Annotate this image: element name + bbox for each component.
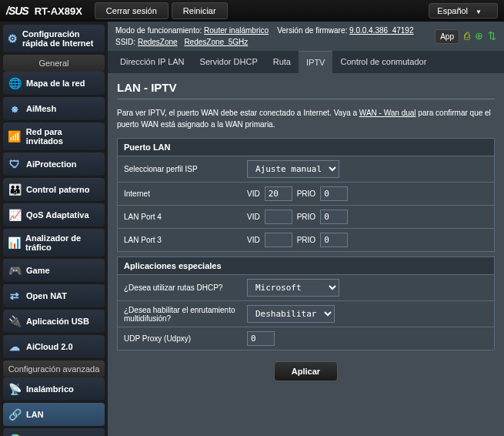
prio-label: PRIO	[297, 213, 315, 221]
sidebar-item-aimesh[interactable]: ⎈AiMesh	[3, 97, 105, 121]
port-label: LAN Port 3	[124, 236, 247, 244]
tab-control-de-conmutador[interactable]: Control de conmutador	[332, 51, 434, 73]
udpxy-input[interactable]	[247, 331, 275, 346]
logout-button[interactable]: Cerrar sesión	[95, 2, 169, 19]
sidebar-item-analizador-de-tráfico[interactable]: 📊Analizador de tráfico	[3, 229, 105, 257]
vid-input-1[interactable]	[265, 210, 292, 224]
sidebar-item-lan[interactable]: 🔗LAN	[3, 403, 105, 427]
tab-servidor-dhcp[interactable]: Servidor DHCP	[192, 51, 265, 73]
internet-status-icon[interactable]: ⊕	[475, 29, 483, 44]
isp-profile-label: Seleccionar perfil ISP	[124, 165, 247, 173]
sidebar-qis[interactable]: ⚙ Configuración rápida de Internet	[3, 25, 105, 53]
sidebar-icon: 📡	[8, 382, 22, 396]
sidebar-item-game[interactable]: 🎮Game	[3, 259, 105, 283]
vid-input-0[interactable]	[265, 186, 292, 201]
app-badge[interactable]: App	[435, 29, 459, 44]
isp-profile-select[interactable]: Ajuste manual	[247, 160, 339, 178]
sidebar-item-aplicación-usb[interactable]: 🔌Aplicación USB	[3, 310, 105, 334]
globe-gear-icon: ⚙	[8, 32, 18, 45]
dhcp-routes-select[interactable]: Microsoft	[247, 279, 339, 297]
sidebar-item-inalámbrico[interactable]: 📡Inalámbrico	[3, 377, 105, 401]
sidebar-item-label: AiMesh	[26, 104, 56, 113]
reboot-button[interactable]: Reiniciar	[172, 2, 228, 19]
sidebar-icon: 👪	[8, 183, 22, 196]
ssid-label: SSID:	[115, 38, 135, 46]
sidebar: ⚙ Configuración rápida de Internet Gener…	[0, 22, 108, 436]
wifi-status-icon[interactable]: ⇅	[488, 29, 496, 44]
sidebar-item-wan[interactable]: 🌍WAN	[3, 428, 105, 436]
tab-iptv[interactable]: IPTV	[299, 51, 332, 73]
usb-icon[interactable]: ⎙	[464, 29, 470, 44]
apply-button[interactable]: Aplicar	[274, 361, 338, 381]
vid-label: VID	[247, 189, 260, 198]
prio-input-0[interactable]	[320, 186, 348, 201]
sidebar-icon: 🌐	[8, 76, 22, 90]
ssid-1[interactable]: RedesZone	[138, 38, 178, 46]
sidebar-icon: 🛡	[8, 157, 22, 171]
sidebar-icon: 🎮	[8, 263, 22, 277]
tab-ruta[interactable]: Ruta	[265, 51, 299, 73]
tab-dirección-ip-lan[interactable]: Dirección IP LAN	[112, 51, 192, 73]
desc-pre: Para ver IPTV, el puerto WAN debe estar …	[117, 109, 359, 117]
prio-input-2[interactable]	[320, 233, 348, 247]
sidebar-icon: ☁	[8, 340, 22, 354]
sidebar-icon: 📶	[8, 129, 22, 143]
sidebar-icon: ⎈	[8, 102, 22, 116]
info-bar: Modo de funcionamiento: Router inalámbri…	[108, 22, 504, 51]
model-name: RT-AX89X	[35, 5, 82, 17]
page-title: LAN - IPTV	[117, 81, 495, 94]
sidebar-icon: 📊	[8, 236, 21, 250]
prio-label: PRIO	[297, 236, 315, 244]
sidebar-item-control-paterno[interactable]: 👪Control paterno	[3, 178, 105, 202]
multicast-label: ¿Desea habilitar el enrutamiento multidi…	[124, 306, 247, 323]
lan-port-section-head: Puerto LAN	[117, 138, 495, 156]
sidebar-item-red-para-invitados[interactable]: 📶Red para invitados	[3, 122, 105, 151]
vid-label: VID	[247, 236, 260, 244]
sidebar-icon: ⇄	[8, 289, 22, 303]
sidebar-item-label: Mapa de la red	[26, 79, 85, 88]
sidebar-item-label: Game	[26, 266, 50, 275]
sidebar-item-label: QoS Adaptativa	[26, 210, 89, 220]
sidebar-item-label: Red para invitados	[26, 127, 100, 146]
sidebar-general-head: General	[3, 55, 105, 72]
mode-value-link[interactable]: Router inalámbrico	[204, 26, 269, 35]
wan-dual-link[interactable]: WAN - Wan dual	[359, 109, 416, 117]
brand-logo: /SUS	[6, 5, 28, 17]
sidebar-item-label: Inalámbrico	[26, 384, 74, 394]
sidebar-icon: 📈	[8, 208, 22, 222]
sidebar-item-label: Open NAT	[26, 291, 67, 300]
main-content: Modo de funcionamiento: Router inalámbri…	[108, 22, 504, 436]
vid-input-2[interactable]	[265, 233, 292, 247]
sidebar-label: Configuración rápida de Internet	[22, 29, 100, 48]
prio-label: PRIO	[297, 189, 315, 198]
sidebar-item-open-nat[interactable]: ⇄Open NAT	[3, 284, 105, 308]
sidebar-item-label: Control paterno	[26, 185, 90, 194]
port-label: LAN Port 4	[124, 213, 247, 221]
mode-label: Modo de funcionamiento:	[115, 26, 202, 35]
sidebar-advanced-head: Configuración avanzada	[3, 361, 105, 377]
prio-input-1[interactable]	[320, 210, 348, 224]
sidebar-item-label: LAN	[26, 410, 44, 419]
fw-value-link[interactable]: 9.0.0.4.386_47192	[349, 26, 413, 35]
multicast-select[interactable]: Deshabilitar	[247, 305, 335, 323]
sidebar-icon: 🌍	[8, 433, 22, 436]
vid-label: VID	[247, 213, 260, 221]
special-apps-section-head: Aplicaciones especiales	[117, 257, 495, 275]
udpxy-label: UDP Proxy (Udpxy)	[124, 334, 247, 343]
sidebar-item-label: AiCloud 2.0	[26, 342, 73, 351]
fw-label: Versión de firmware:	[277, 26, 347, 35]
port-label: Internet	[124, 189, 247, 198]
sidebar-item-aicloud-2.0[interactable]: ☁AiCloud 2.0	[3, 335, 105, 359]
dhcp-routes-label: ¿Desea utilizar rutas DHCP?	[124, 283, 247, 292]
sidebar-item-qos-adaptativa[interactable]: 📈QoS Adaptativa	[3, 203, 105, 227]
sidebar-item-mapa-de-la-red[interactable]: 🌐Mapa de la red	[3, 72, 105, 96]
language-select[interactable]: Español	[429, 3, 498, 18]
sidebar-item-label: Aplicación USB	[26, 317, 89, 326]
ssid-2[interactable]: RedesZone_5GHz	[184, 38, 248, 46]
tab-bar: Dirección IP LANServidor DHCPRutaIPTVCon…	[108, 51, 504, 73]
sidebar-icon: 🔗	[8, 407, 22, 421]
sidebar-item-label: AiProtection	[26, 159, 76, 169]
sidebar-icon: 🔌	[8, 314, 22, 328]
sidebar-item-aiprotection[interactable]: 🛡AiProtection	[3, 153, 105, 176]
page-desc: Para ver IPTV, el puerto WAN debe estar …	[117, 107, 495, 130]
